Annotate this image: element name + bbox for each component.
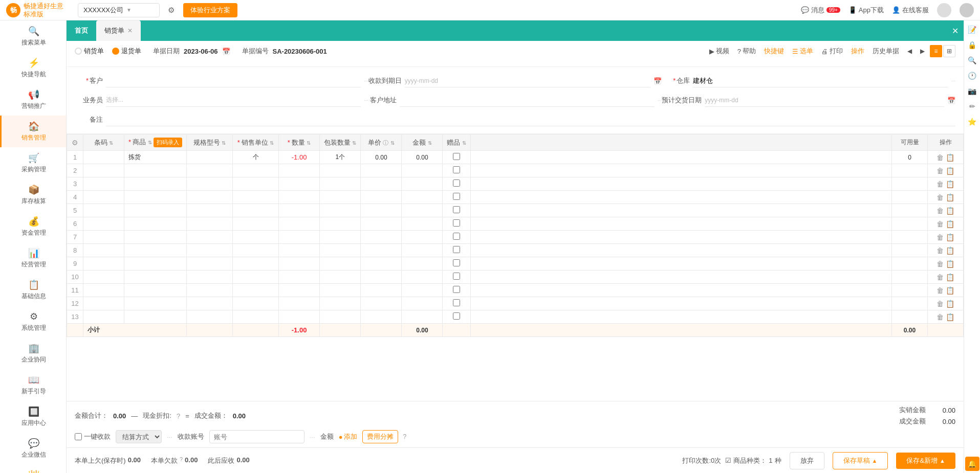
delete-icon[interactable]: 🗑 <box>937 300 944 308</box>
rp-edit-icon[interactable]: ✏ <box>965 99 979 114</box>
sidebar-item-members[interactable]: 👑 畅会员 <box>0 464 66 473</box>
sidebar-item-inventory[interactable]: 📦 库存核算 <box>0 179 66 211</box>
save-draft-button[interactable]: 保存草稿 ▲ <box>833 452 888 469</box>
rp-zoom-icon[interactable]: 🔍 <box>965 53 979 67</box>
scan-button[interactable]: 扫码录入 <box>154 138 182 147</box>
copy-icon[interactable]: 📋 <box>946 313 954 321</box>
print-btn[interactable]: 🖨 打印 <box>818 45 846 57</box>
gift-checkbox[interactable] <box>453 219 460 227</box>
discard-button[interactable]: 放弃 <box>790 452 824 469</box>
row-pack-qty[interactable]: 1个 <box>320 151 361 164</box>
online-service-btn[interactable]: 👤 在线客服 <box>892 6 929 15</box>
sales-order-radio[interactable]: 销货单 <box>75 47 104 56</box>
gift-checkbox[interactable] <box>453 299 460 306</box>
sidebar-item-search[interactable]: 🔍 搜索菜单 <box>0 20 66 52</box>
customer-dots[interactable]: ··· <box>364 78 368 84</box>
save-new-button[interactable]: 保存&新增 ▲ <box>896 453 955 469</box>
message-btn[interactable]: 💬 消息 99+ <box>801 6 840 15</box>
help-btn[interactable]: ? 帮助 <box>734 45 759 57</box>
settings-icon[interactable]: ⚙ <box>164 3 178 17</box>
row-unit-price[interactable]: 0.00 <box>361 151 402 164</box>
sidebar-item-purchase[interactable]: 🛒 采购管理 <box>0 147 66 179</box>
tab-home[interactable]: 首页 <box>67 20 96 41</box>
copy-icon[interactable]: 📋 <box>946 193 954 201</box>
trial-button[interactable]: 体验行业方案 <box>183 3 237 17</box>
copy-icon[interactable]: 📋 <box>946 246 954 255</box>
rp-star-icon[interactable]: ⭐ <box>965 115 979 129</box>
list-view-btn[interactable]: ≡ <box>930 45 942 57</box>
copy-icon[interactable]: 📋 <box>946 300 954 308</box>
delete-icon[interactable]: 🗑 <box>937 233 944 241</box>
row-gift[interactable] <box>443 151 470 164</box>
gift-checkbox[interactable] <box>453 286 460 293</box>
add-payment-btn[interactable]: ● 添加 <box>339 432 357 441</box>
delete-icon[interactable]: 🗑 <box>937 246 944 255</box>
row-barcode[interactable] <box>83 164 124 177</box>
gift-checkbox[interactable] <box>453 273 460 280</box>
sidebar-item-operations[interactable]: 📊 经营管理 <box>0 242 66 274</box>
collect-calendar-icon[interactable]: 📅 <box>654 77 662 85</box>
rp-note-icon[interactable]: 📝 <box>965 22 979 37</box>
grid-view-btn[interactable]: ⊞ <box>943 45 955 57</box>
row-unit[interactable] <box>233 164 279 177</box>
row-amount[interactable]: 0.00 <box>402 151 443 164</box>
row-spec[interactable] <box>187 164 233 177</box>
sidebar-item-system[interactable]: ⚙ 系统管理 <box>0 306 66 337</box>
company-selector[interactable]: XXXXXX公司 ▼ <box>78 3 160 17</box>
row-product[interactable] <box>124 164 187 177</box>
rp-history-icon[interactable]: 🕐 <box>965 69 979 83</box>
price-info-icon[interactable]: ⓘ <box>383 140 388 146</box>
gift-checkbox[interactable] <box>453 206 460 213</box>
row-spec[interactable] <box>187 151 233 164</box>
row-product[interactable]: 拣货 <box>124 151 187 164</box>
one-click-payment-checkbox[interactable]: 一键收款 <box>75 432 111 441</box>
copy-icon[interactable]: 📋 <box>946 273 954 281</box>
row-unit-price[interactable] <box>361 164 402 177</box>
copy-icon[interactable]: 📋 <box>946 220 954 228</box>
calendar-icon[interactable]: 📅 <box>222 48 230 55</box>
copy-icon[interactable]: 📋 <box>946 233 954 241</box>
sidebar-item-newbie[interactable]: 📖 新手引导 <box>0 369 66 401</box>
gift-checkbox[interactable] <box>453 233 460 240</box>
operations-btn[interactable]: 操作 <box>848 45 867 57</box>
sidebar-item-sales[interactable]: 🏠 销售管理 <box>0 116 66 147</box>
rp-lock-icon[interactable]: 🔒 <box>965 38 979 52</box>
tab-close-all-icon[interactable]: ✕ <box>952 26 964 36</box>
return-order-radio[interactable]: 退货单 <box>112 47 141 56</box>
copy-icon[interactable]: 📋 <box>946 207 954 215</box>
expense-help-icon[interactable]: ? <box>403 433 407 440</box>
row-gift[interactable] <box>443 164 470 177</box>
overdue-info-icon[interactable]: ? <box>180 456 183 465</box>
settlement-dots[interactable]: ··· <box>167 433 172 441</box>
rp-camera-icon[interactable]: 📷 <box>965 84 979 98</box>
settlement-method-select[interactable]: 结算方式 <box>116 430 162 443</box>
video-btn[interactable]: ▶ 视频 <box>706 45 732 57</box>
delete-icon[interactable]: 🗑 <box>937 207 944 215</box>
product-kind-selector[interactable]: ☑ 商品种类： 1 种 <box>725 456 781 465</box>
row-unit[interactable]: 个 <box>233 151 279 164</box>
copy-icon[interactable]: 📋 <box>946 260 954 268</box>
app-download-btn[interactable]: 📱 App下载 <box>848 6 884 15</box>
row-barcode[interactable] <box>83 151 124 164</box>
gift-checkbox[interactable] <box>453 179 460 187</box>
sidebar-item-enterprise[interactable]: 🏢 企业协同 <box>0 337 66 369</box>
account-input[interactable] <box>209 430 304 443</box>
address-dots[interactable]: ··· <box>658 98 662 103</box>
copy-icon[interactable]: 📋 <box>946 286 954 295</box>
account-dots[interactable]: ··· <box>310 433 315 441</box>
row-qty[interactable]: -1.00 <box>279 151 320 164</box>
expense-split-btn[interactable]: 费用分摊 <box>362 430 398 443</box>
avatar[interactable] <box>937 3 951 17</box>
tab-sales-order[interactable]: 销货单 ✕ <box>96 20 141 41</box>
gift-checkbox[interactable] <box>453 246 460 253</box>
tab-close-icon[interactable]: ✕ <box>127 27 133 34</box>
gift-checkbox[interactable] <box>453 193 460 200</box>
help-icon-discount[interactable]: ? <box>177 412 180 420</box>
delete-icon[interactable]: 🗑 <box>937 286 944 295</box>
th-settings[interactable]: ⚙ <box>67 134 83 151</box>
gift-checkbox[interactable] <box>453 312 460 320</box>
one-click-checkbox[interactable] <box>75 433 82 440</box>
select-btn[interactable]: ☰ 选单 <box>789 45 816 57</box>
delete-icon[interactable]: 🗑 <box>937 313 944 321</box>
nav-next-btn[interactable]: ▶ <box>917 46 928 56</box>
